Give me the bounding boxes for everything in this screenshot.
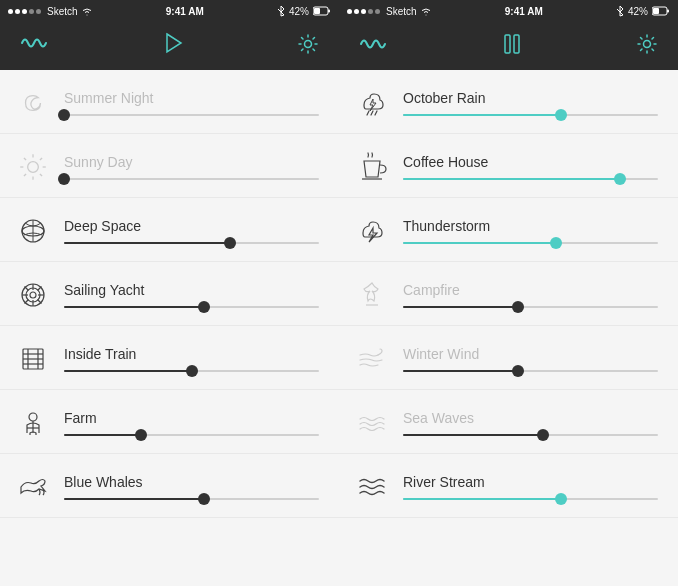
battery-left: 42% [289,6,309,17]
campfire-info: Campfire [403,282,662,308]
svg-line-27 [25,299,29,303]
blue-whales-info: Blue Whales [64,474,323,500]
bluetooth-icon-right [616,5,624,17]
dot3 [22,9,27,14]
river-stream-icon [351,466,393,508]
farm-info: Farm [64,410,323,436]
list-item[interactable]: Blue Whales [0,454,339,518]
svg-marker-3 [167,34,181,52]
list-item[interactable]: Sea Waves [339,390,678,454]
signal-dots-right [347,9,380,14]
sound-list-left: Summer Night [0,70,339,586]
list-item[interactable]: Coffee House [339,134,678,198]
status-left-right: Sketch [347,6,432,17]
wifi-icon-right [420,6,432,16]
list-item[interactable]: Sailing Yacht [0,262,339,326]
sailing-yacht-slider[interactable] [64,306,319,308]
list-item[interactable]: Deep Space [0,198,339,262]
october-rain-label: October Rain [403,90,662,106]
thunderstorm-slider[interactable] [403,242,658,244]
status-right-right: 42% [616,5,670,17]
sea-waves-info: Sea Waves [403,410,662,436]
sunny-day-info: Sunny Day [64,154,323,180]
gear-button-left[interactable] [297,33,319,60]
signal-dots [8,9,41,14]
thunderstorm-icon [351,210,393,252]
svg-point-5 [28,161,39,172]
coffee-house-icon [351,146,393,188]
wave-logo-left[interactable] [20,32,48,54]
wave-logo-right[interactable] [359,33,387,55]
svg-line-43 [367,111,369,115]
river-stream-label: River Stream [403,474,662,490]
svg-line-11 [40,173,42,175]
battery-icon-left [313,6,331,16]
battery-right: 42% [628,6,648,17]
summer-night-label: Summer Night [64,90,323,106]
farm-slider[interactable] [64,434,319,436]
svg-rect-2 [328,10,330,13]
carrier-right: Sketch [386,6,417,17]
sailing-yacht-info: Sailing Yacht [64,282,323,308]
list-item[interactable]: Sunny Day [0,134,339,198]
list-item[interactable]: Farm [0,390,339,454]
svg-rect-1 [314,8,320,14]
summer-night-slider[interactable] [64,114,319,116]
deep-space-icon [12,210,54,252]
dot4 [29,9,34,14]
svg-point-42 [644,41,651,48]
sea-waves-label: Sea Waves [403,410,662,426]
winter-wind-icon [351,338,393,380]
dot1r [347,9,352,14]
list-item[interactable]: Campfire [339,262,678,326]
svg-line-13 [24,173,26,175]
play-icon[interactable] [163,32,183,54]
sea-waves-icon [351,402,393,444]
coffee-house-slider[interactable] [403,178,658,180]
blue-whales-slider[interactable] [64,498,319,500]
svg-line-24 [25,286,29,290]
sea-waves-slider[interactable] [403,434,658,436]
svg-line-44 [371,111,373,115]
winter-wind-label: Winter Wind [403,346,662,362]
inside-train-slider[interactable] [64,370,319,372]
deep-space-label: Deep Space [64,218,323,234]
sound-list-right: October Rain [339,70,678,586]
sunny-day-slider[interactable] [64,178,319,180]
list-item[interactable]: Winter Wind [339,326,678,390]
svg-line-10 [24,157,26,159]
pause-icon[interactable] [502,33,522,55]
svg-line-45 [375,111,377,115]
wifi-icon-left [81,6,93,16]
list-item[interactable]: October Rain [339,70,678,134]
carrier-left: Sketch [47,6,78,17]
logo-icon-left[interactable] [20,32,48,60]
list-item[interactable]: Summer Night [0,70,339,134]
river-stream-slider[interactable] [403,498,658,500]
october-rain-slider[interactable] [403,114,658,116]
pause-button-right[interactable] [502,33,522,59]
deep-space-info: Deep Space [64,218,323,244]
gear-button-right[interactable] [636,33,658,59]
campfire-label: Campfire [403,282,662,298]
inside-train-label: Inside Train [64,346,323,362]
list-item[interactable]: Thunderstorm [339,198,678,262]
dot4r [368,9,373,14]
campfire-slider[interactable] [403,306,658,308]
farm-label: Farm [64,410,323,426]
summer-night-icon [12,82,54,124]
svg-point-19 [30,292,36,298]
list-item[interactable]: River Stream [339,454,678,518]
sunny-day-label: Sunny Day [64,154,323,170]
winter-wind-info: Winter Wind [403,346,662,372]
dot5 [36,9,41,14]
phone-left: Sketch 9:41 AM 42% [0,0,339,586]
gear-icon-left[interactable] [297,33,319,55]
logo-icon-right[interactable] [359,33,387,59]
list-item[interactable]: Inside Train [0,326,339,390]
deep-space-slider[interactable] [64,242,319,244]
gear-icon-right[interactable] [636,33,658,55]
winter-wind-slider[interactable] [403,370,658,372]
sunny-day-icon [12,146,54,188]
play-button-left[interactable] [163,32,183,60]
